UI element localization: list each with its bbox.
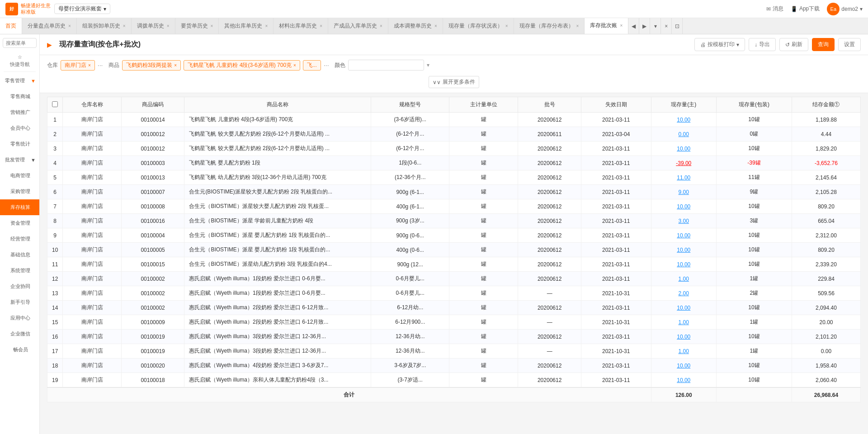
- tab-chan-cheng[interactable]: 产成品入库单历史 ×: [328, 18, 388, 34]
- tab-home[interactable]: 首页: [0, 18, 22, 34]
- th-checkbox[interactable]: [47, 97, 63, 113]
- sidebar-item-ying-yong[interactable]: 应用中心: [0, 310, 39, 326]
- tab-close-icon[interactable]: ×: [576, 24, 579, 28]
- tab-close-icon[interactable]: ×: [320, 24, 322, 28]
- row-spec: (6-12个月...: [371, 127, 449, 142]
- tab-close-icon[interactable]: ×: [211, 24, 213, 28]
- tab-close-icon[interactable]: ×: [620, 23, 623, 28]
- row-code: 00100007: [121, 185, 184, 199]
- sidebar-item-ji-chu[interactable]: 基础信息: [0, 247, 39, 263]
- row-qty-main[interactable]: 1.00: [651, 272, 716, 286]
- goods-tag-2[interactable]: 飞鹤星飞帆 儿童奶粉 4段(3-6岁适用) 700克 ×: [184, 60, 300, 71]
- row-name: 惠氏启赋（Wyeth illuma）1段奶粉 爱尔兰进口 0-6月婴...: [184, 286, 371, 301]
- query-button[interactable]: 查询: [812, 38, 835, 51]
- sidebar-item-ying-xiao[interactable]: 营销推广: [0, 104, 39, 120]
- tab-nav-left[interactable]: ◀: [628, 18, 639, 34]
- sidebar-item-ling-shou[interactable]: 零售管理 ▼: [0, 73, 39, 89]
- sidebar-item-pi-fa[interactable]: 批发管理 ▼: [0, 152, 39, 168]
- app-download-button[interactable]: 📱 App下载: [791, 5, 820, 13]
- sidebar-item-ling-shou-shang[interactable]: 零售商城: [0, 89, 39, 104]
- messages-button[interactable]: ✉ 消息: [766, 5, 783, 13]
- row-qty-main[interactable]: 1.00: [651, 344, 716, 359]
- sidebar-item-jing-ying[interactable]: 经营管理: [0, 231, 39, 247]
- sidebar-item-hui-yuan[interactable]: 会员中心: [0, 120, 39, 136]
- tab-yao-huo[interactable]: 要货单历史 ×: [175, 18, 219, 34]
- tab-nav-right[interactable]: ▶: [639, 18, 650, 34]
- sidebar-item-dian-shang[interactable]: 电商管理: [0, 168, 39, 184]
- tab-close-icon[interactable]: ×: [123, 24, 126, 28]
- row-qty-main[interactable]: 10.00: [651, 330, 716, 344]
- row-qty-main[interactable]: 1.00: [651, 315, 716, 330]
- tab-close-current[interactable]: ×: [661, 18, 672, 34]
- expand-panel-arrow[interactable]: ▶: [47, 41, 52, 48]
- tab-close-icon[interactable]: ×: [505, 24, 508, 28]
- row-qty-main[interactable]: -39.00: [651, 156, 716, 170]
- row-expire: 2021-03-11: [581, 156, 651, 170]
- tab-close-icon[interactable]: ×: [434, 24, 437, 28]
- tab-cai-liao[interactable]: 材料出库单历史 ×: [274, 18, 328, 34]
- row-qty-main[interactable]: 3.00: [651, 214, 716, 228]
- user-menu[interactable]: Ea demo2 ▾: [827, 3, 863, 15]
- sidebar-item-cai-gou[interactable]: 采购管理: [0, 184, 39, 199]
- search-input[interactable]: [3, 38, 37, 48]
- sidebar-item-qi-ye-wei[interactable]: 企业微信: [0, 326, 39, 342]
- warehouse-tag[interactable]: 南岸门店 ×: [61, 60, 95, 71]
- row-qty-main[interactable]: 10.00: [651, 113, 716, 127]
- tab-close-icon[interactable]: ×: [68, 24, 71, 28]
- sidebar-item-ku-cun[interactable]: 库存核算: [0, 199, 39, 215]
- th-spec: 规格型号: [371, 97, 449, 113]
- row-code: 00100012: [121, 142, 184, 156]
- tab-ku-pi-ci[interactable]: 库存批次账 ×: [585, 18, 628, 34]
- sidebar-item-zi-jin[interactable]: 资金管理: [0, 215, 39, 231]
- print-button[interactable]: 🖨 按模板打印 ▾: [694, 38, 745, 51]
- expand-conditions-button[interactable]: ∨∨ 展开更多条件: [429, 76, 479, 88]
- export-button[interactable]: ↓ 导出: [749, 38, 776, 51]
- tab-cheng-ben[interactable]: 成本调整单历史 ×: [388, 18, 443, 34]
- row-qty-main[interactable]: 10.00: [651, 257, 716, 272]
- goods-tag2-close[interactable]: ×: [293, 63, 296, 68]
- tab-close-icon[interactable]: ×: [380, 24, 382, 28]
- row-batch: 20200612: [518, 170, 581, 185]
- row-qty-main[interactable]: 10.00: [651, 359, 716, 373]
- tab-diao-bo[interactable]: 调拨单历史 ×: [132, 18, 175, 34]
- sidebar-item-chang-hui[interactable]: 畅会员: [0, 342, 39, 358]
- warehouse-tag-close[interactable]: ×: [88, 63, 91, 68]
- tab-ku-cun-tai[interactable]: 现存量（库存状况表） ×: [443, 18, 514, 34]
- refresh-button[interactable]: ↺ 刷新: [779, 38, 808, 51]
- row-qty-main[interactable]: 10.00: [651, 243, 716, 257]
- sidebar-item-ling-shou-tong[interactable]: 零售统计: [0, 136, 39, 152]
- sidebar-item-xi-tong[interactable]: 系统管理: [0, 263, 39, 278]
- filter-goods-more-icon[interactable]: ···: [324, 61, 329, 69]
- workspace-selector[interactable]: 母婴行业演示账套 ▾: [54, 4, 110, 14]
- row-qty-main[interactable]: 10.00: [651, 199, 716, 214]
- row-qty-main[interactable]: 0.00: [651, 127, 716, 142]
- row-qty-pack: 10罐: [716, 113, 792, 127]
- tab-maximize[interactable]: ⊡: [672, 18, 683, 34]
- tab-nav-menu[interactable]: ▾: [650, 18, 661, 34]
- sidebar-item-xin-shou[interactable]: 新手引导: [0, 294, 39, 310]
- goods-tag-1[interactable]: 飞鹤奶粉3段两提装 ×: [122, 60, 181, 71]
- settings-button[interactable]: 设置: [838, 38, 861, 51]
- tab-close-icon[interactable]: ×: [265, 24, 268, 28]
- goods-tag-more[interactable]: 飞...: [303, 60, 321, 71]
- row-qty-main[interactable]: 10.00: [651, 142, 716, 156]
- sidebar-item-qi-ye[interactable]: 企业协同: [0, 278, 39, 294]
- tab-qi-ta[interactable]: 其他出库单历史 ×: [219, 18, 274, 34]
- tab-fen-pan[interactable]: 分量盘点单历史 ×: [22, 18, 77, 34]
- select-all-checkbox[interactable]: [52, 101, 58, 107]
- row-qty-main[interactable]: 9.00: [651, 185, 716, 199]
- goods-tag1-close[interactable]: ×: [174, 63, 177, 68]
- tab-close-icon[interactable]: ×: [167, 24, 170, 28]
- row-qty-main[interactable]: 10.00: [651, 228, 716, 243]
- page-header: ▶ 现存量查询(按仓库+批次) 🖨 按模板打印 ▾ ↓ 导出 ↺ 刷新: [40, 34, 868, 55]
- row-qty-main[interactable]: 10.00: [651, 301, 716, 315]
- row-qty-main[interactable]: 10.00: [651, 373, 716, 388]
- chevron-down-icon[interactable]: ▾: [427, 62, 429, 68]
- row-qty-main[interactable]: 11.00: [651, 170, 716, 185]
- row-qty-main[interactable]: 2.00: [651, 286, 716, 301]
- quick-nav-item[interactable]: ☆ 快捷导航: [0, 52, 39, 71]
- tab-zu-chai[interactable]: 组装拆卸单历史 ×: [77, 18, 132, 34]
- tab-ku-cun-fen[interactable]: 现存量（库存分布表） ×: [514, 18, 585, 34]
- color-input[interactable]: [348, 60, 424, 71]
- filter-more-icon[interactable]: ···: [98, 61, 103, 69]
